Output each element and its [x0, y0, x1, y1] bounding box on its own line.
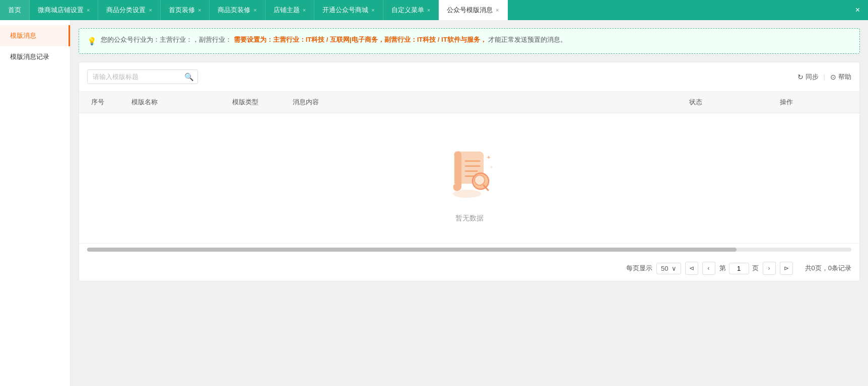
notice-prefix: 您的公众号行业为：主营行业：，副营行业： — [101, 36, 232, 43]
col-content: 消息内容 — [289, 92, 685, 113]
global-close-button[interactable]: × — [847, 6, 868, 15]
notice-suffix: 才能正常发送预置的消息。 — [488, 36, 567, 43]
page-input-wrap: 第 页 — [719, 263, 759, 274]
pagination: 每页显示 50 ∨ ⊲ ‹ 第 页 › — [79, 256, 859, 281]
search-button[interactable]: 🔍 — [184, 72, 194, 82]
nav-tab-shop-theme[interactable]: 店铺主题 × — [265, 0, 314, 20]
scrollbar-area — [79, 243, 859, 256]
svg-point-0 — [453, 190, 481, 198]
svg-text:✦: ✦ — [490, 165, 493, 170]
search-bar: 🔍 ↻ 同步 | ⊙ 帮助 — [79, 62, 859, 92]
close-tab-product-category[interactable]: × — [149, 7, 152, 13]
prev-page-button[interactable]: ‹ — [702, 262, 715, 275]
search-input-wrap: 🔍 — [87, 69, 198, 84]
prev-page-icon: ‹ — [708, 265, 710, 272]
main-layout: 模版消息 模版消息记录 💡 您的公众号行业为：主营行业：，副营行业： 需要设置为… — [0, 20, 868, 386]
search-icon: 🔍 — [184, 72, 194, 81]
page-number-input[interactable] — [729, 263, 749, 274]
total-info: 共0页，0条记录 — [805, 264, 851, 273]
nav-tab-product-category[interactable]: 商品分类设置 × — [98, 0, 160, 20]
page-size-label: 每页显示 — [626, 264, 652, 273]
close-tab-home-decor[interactable]: × — [198, 7, 201, 13]
help-button[interactable]: ⊙ 帮助 — [830, 72, 851, 82]
sync-help-area: ↻ 同步 | ⊙ 帮助 — [797, 72, 851, 82]
scrollbar-track[interactable] — [87, 248, 851, 252]
nav-tab-wechat-shop[interactable]: 微商城店铺设置 × — [30, 0, 98, 20]
empty-illustration: ✦ ✦ — [439, 143, 500, 204]
svg-text:✦: ✦ — [486, 154, 491, 161]
close-tab-shop-theme[interactable]: × — [303, 7, 306, 13]
close-tab-open-shop[interactable]: × — [371, 7, 374, 13]
empty-text: 暂无数据 — [455, 214, 484, 223]
empty-state: ✦ ✦ 暂无数据 — [79, 113, 859, 243]
search-input[interactable] — [87, 69, 198, 84]
help-icon: ⊙ — [830, 73, 836, 81]
chevron-down-icon: ∨ — [672, 265, 677, 272]
last-page-button[interactable]: ⊳ — [780, 262, 793, 275]
nav-tab-product-decor[interactable]: 商品页装修 × — [210, 0, 265, 20]
nav-tab-custom-menu[interactable]: 自定义菜单 × — [383, 0, 439, 20]
page-label: 第 — [719, 264, 726, 273]
first-page-icon: ⊲ — [689, 265, 694, 272]
nav-tab-home-decor[interactable]: 首页装修 × — [161, 0, 210, 20]
page-size-select[interactable]: 50 ∨ — [656, 263, 681, 274]
close-tab-template-msg[interactable]: × — [496, 7, 499, 13]
content-area: 💡 您的公众号行业为：主营行业：，副营行业： 需要设置为：主营行业：IT科技 /… — [71, 20, 868, 386]
pipe-divider: | — [824, 73, 825, 81]
sidebar-item-template-record[interactable]: 模版消息记录 — [0, 46, 70, 67]
table-header: 序号 模版名称 模版类型 消息内容 状态 操作 — [79, 92, 859, 113]
col-action: 操作 — [776, 92, 851, 113]
col-type: 模版类型 — [228, 92, 289, 113]
sidebar-item-template-msg[interactable]: 模版消息 — [0, 25, 70, 46]
close-tab-wechat-shop[interactable]: × — [87, 7, 90, 13]
next-page-button[interactable]: › — [763, 262, 776, 275]
first-page-button[interactable]: ⊲ — [685, 262, 698, 275]
col-index: 序号 — [87, 92, 127, 113]
sync-button[interactable]: ↻ 同步 — [797, 72, 819, 82]
notice-banner: 💡 您的公众号行业为：主营行业：，副营行业： 需要设置为：主营行业：IT科技 /… — [79, 28, 860, 54]
last-page-icon: ⊳ — [784, 265, 789, 272]
sync-icon: ↻ — [797, 73, 804, 81]
scrollbar-thumb — [87, 248, 737, 252]
col-status: 状态 — [685, 92, 776, 113]
next-page-icon: › — [768, 265, 770, 272]
nav-tab-open-shop[interactable]: 开通公众号商城 × — [314, 0, 383, 20]
nav-tab-template-msg[interactable]: 公众号模版消息 × — [439, 0, 507, 20]
nav-tab-home[interactable]: 首页 — [0, 0, 30, 20]
close-tab-product-decor[interactable]: × — [253, 7, 256, 13]
sidebar: 模版消息 模版消息记录 — [0, 20, 71, 386]
col-name: 模版名称 — [127, 92, 228, 113]
svg-point-6 — [475, 175, 485, 185]
main-card: 🔍 ↻ 同步 | ⊙ 帮助 序号 — [79, 62, 860, 281]
close-tab-custom-menu[interactable]: × — [427, 7, 430, 13]
page-unit: 页 — [752, 264, 759, 273]
notice-highlight: 需要设置为：主营行业：IT科技 / 互联网|电子商务，副营行业：IT科技 / I… — [234, 36, 487, 43]
notice-icon: 💡 — [87, 35, 97, 47]
top-nav: 首页 微商城店铺设置 × 商品分类设置 × 首页装修 × 商品页装修 × 店铺主… — [0, 0, 868, 20]
